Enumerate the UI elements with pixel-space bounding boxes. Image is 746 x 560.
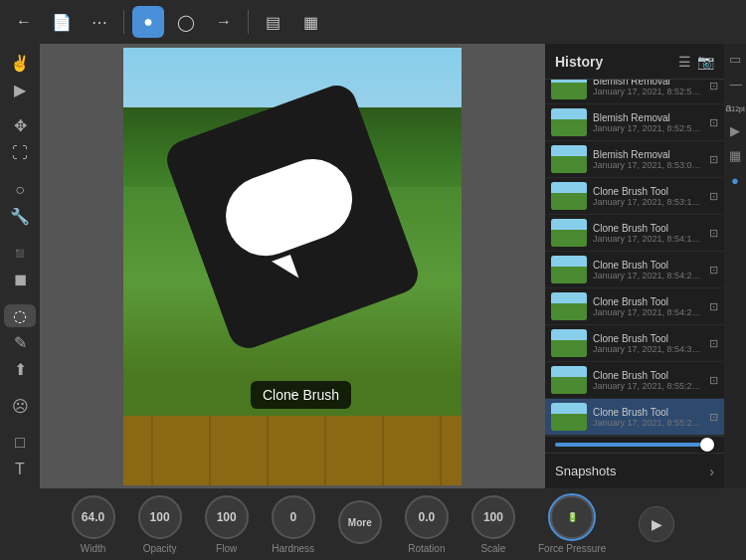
rotation-value: 0.0	[419, 510, 436, 524]
flow-control[interactable]: 100 Flow	[205, 495, 249, 554]
slider-thumb[interactable]	[700, 438, 714, 452]
fill-tool[interactable]: ◼	[4, 269, 36, 291]
history-list[interactable]: Blemish RemovalJanuary 17, 2021, 8:52:57…	[545, 80, 724, 436]
history-thumbnail	[551, 182, 587, 210]
opacity-control[interactable]: 100 Opacity	[138, 495, 182, 554]
lasso-tool[interactable]: ○	[4, 178, 36, 201]
hardness-dial[interactable]: 0	[272, 495, 315, 539]
history-thumbnail	[551, 108, 587, 136]
history-item-name: Clone Brush Tool	[593, 260, 703, 271]
canvas-area[interactable]: + Clone Brush	[40, 44, 545, 488]
history-item-name: Blemish Removal	[593, 112, 703, 123]
snapshots-row[interactable]: Snapshots ›	[545, 453, 724, 488]
history-item[interactable]: Blemish RemovalJanuary 17, 2021, 8:53:01…	[545, 141, 724, 178]
history-thumbnail	[551, 329, 587, 357]
history-item[interactable]: Clone Brush ToolJanuary 17, 2021, 8:55:2…	[545, 362, 724, 399]
smudge-tool[interactable]: ☹	[4, 395, 36, 418]
scale-control[interactable]: 100 Scale	[471, 495, 515, 554]
circle-dot-icon[interactable]: ●	[731, 173, 739, 188]
crop-tool[interactable]: ⛶	[4, 141, 36, 164]
history-item-date: January 17, 2021, 8:54:15 AM	[593, 234, 703, 244]
camera-icon[interactable]: 📷	[697, 54, 714, 70]
history-slider[interactable]	[555, 443, 714, 447]
history-item[interactable]: Clone Brush ToolJanuary 17, 2021, 8:54:2…	[545, 252, 724, 288]
more-control[interactable]: More	[338, 500, 382, 548]
history-info: Clone Brush ToolJanuary 17, 2021, 8:55:2…	[593, 407, 703, 428]
history-item-name: Clone Brush Tool	[593, 223, 703, 234]
brush-tool-icon[interactable]: ●	[132, 6, 164, 38]
play-icon[interactable]: ▶	[730, 123, 740, 138]
force-pressure-control[interactable]: 🔋 Force Pressure	[538, 495, 606, 554]
history-item[interactable]: Clone Brush ToolJanuary 17, 2021, 8:53:1…	[545, 178, 724, 215]
grid2-icon[interactable]: ▦	[729, 148, 741, 163]
pencil-tool[interactable]: ✎	[4, 331, 36, 354]
history-item-date: January 17, 2021, 8:52:59...	[593, 123, 703, 133]
layers-icon[interactable]: ▭	[729, 52, 741, 67]
eraser-tool[interactable]: ⬆	[4, 358, 36, 381]
rotation-dial[interactable]: 0.0	[405, 495, 449, 539]
filter-icon[interactable]: ⸻	[729, 77, 742, 92]
more-value: More	[348, 517, 372, 528]
canvas: +	[123, 48, 462, 485]
cursor-tool[interactable]: ▶	[4, 79, 36, 101]
shape-tool[interactable]: □	[4, 431, 36, 454]
history-item[interactable]: Blemish RemovalJanuary 17, 2021, 8:52:58…	[545, 80, 724, 104]
width-dial[interactable]: 64.0	[72, 495, 115, 539]
history-item[interactable]: Clone Brush ToolJanuary 17, 2021, 8:54:2…	[545, 288, 724, 325]
history-info: Clone Brush ToolJanuary 17, 2021, 8:54:2…	[593, 296, 703, 317]
back-button[interactable]: ←	[8, 6, 40, 38]
history-item-name: Blemish Removal	[593, 149, 703, 160]
scale-value: 100	[483, 510, 503, 524]
scale-dial[interactable]: 100	[471, 495, 515, 539]
history-item-icon: ⊡	[709, 190, 718, 203]
opacity-dial[interactable]: 100	[138, 495, 182, 539]
play-button[interactable]: ▶	[639, 506, 674, 542]
history-item[interactable]: Blemish RemovalJanuary 17, 2021, 8:52:59…	[545, 104, 724, 141]
gradient-tool[interactable]: ◾	[4, 242, 36, 265]
text-size-icon[interactable]: a12pt	[725, 101, 745, 113]
list-icon[interactable]: ☰	[678, 54, 691, 70]
dropper-tool[interactable]: 🔧	[4, 205, 36, 228]
history-item-icon: ⊡	[709, 116, 718, 129]
left-toolbar: ✌ ▶ ✥ ⛶ ○ 🔧 ◾ ◼ ◌ ✎ ⬆ ☹ □ T	[0, 44, 40, 488]
history-item[interactable]: Clone Brush ToolJanuary 17, 2021, 8:55:2…	[545, 399, 724, 436]
history-item-name: Clone Brush Tool	[593, 296, 703, 307]
text-tool[interactable]: T	[4, 458, 36, 480]
history-item[interactable]: Clone Brush ToolJanuary 17, 2021, 8:54:3…	[545, 325, 724, 362]
history-item-icon: ⊡	[709, 264, 718, 277]
history-item-name: Clone Brush Tool	[593, 186, 703, 197]
main-area: ✌ ▶ ✥ ⛶ ○ 🔧 ◾ ◼ ◌ ✎ ⬆ ☹ □ T	[0, 44, 746, 488]
rotation-control[interactable]: 0.0 Rotation	[405, 495, 449, 554]
history-thumbnail	[551, 219, 587, 247]
hand-tool[interactable]: ✌	[4, 52, 36, 75]
history-info: Clone Brush ToolJanuary 17, 2021, 8:54:1…	[593, 223, 703, 244]
history-item[interactable]: Clone Brush ToolJanuary 17, 2021, 8:54:1…	[545, 215, 724, 252]
history-info: Blemish RemovalJanuary 17, 2021, 8:52:58…	[593, 80, 703, 96]
history-item-icon: ⊡	[709, 337, 718, 350]
force-pressure-dial[interactable]: 🔋	[550, 495, 594, 539]
history-item-name: Clone Brush Tool	[593, 333, 703, 344]
history-item-name: Clone Brush Tool	[593, 370, 703, 381]
chart-icon[interactable]: ▤	[257, 6, 288, 38]
more-dial[interactable]: More	[338, 500, 382, 544]
width-control[interactable]: 64.0 Width	[72, 495, 115, 554]
transform-tool[interactable]: ✥	[4, 115, 36, 138]
history-info: Clone Brush ToolJanuary 17, 2021, 8:53:1…	[593, 186, 703, 207]
width-label: Width	[81, 543, 106, 554]
history-info: Clone Brush ToolJanuary 17, 2021, 8:54:3…	[593, 333, 703, 354]
history-item-date: January 17, 2021, 8:53:01 AM	[593, 160, 703, 170]
hardness-control[interactable]: 0 Hardness	[272, 495, 315, 554]
history-info: Blemish RemovalJanuary 17, 2021, 8:52:59…	[593, 112, 703, 133]
history-item-icon: ⊡	[709, 300, 718, 313]
toolbar-divider-1	[123, 10, 124, 34]
circle-tool-icon[interactable]: ◯	[170, 6, 202, 38]
arrow-tool-icon[interactable]: →	[208, 6, 240, 38]
history-info: Clone Brush ToolJanuary 17, 2021, 8:55:2…	[593, 370, 703, 391]
force-ring	[548, 493, 596, 541]
more-icon[interactable]: ⋯	[84, 6, 115, 38]
document-icon[interactable]: 📄	[46, 6, 78, 38]
brush-tool[interactable]: ◌	[4, 304, 36, 327]
flow-dial[interactable]: 100	[205, 495, 249, 539]
grid-icon[interactable]: ▦	[294, 6, 326, 38]
speech-bubble	[215, 147, 370, 284]
